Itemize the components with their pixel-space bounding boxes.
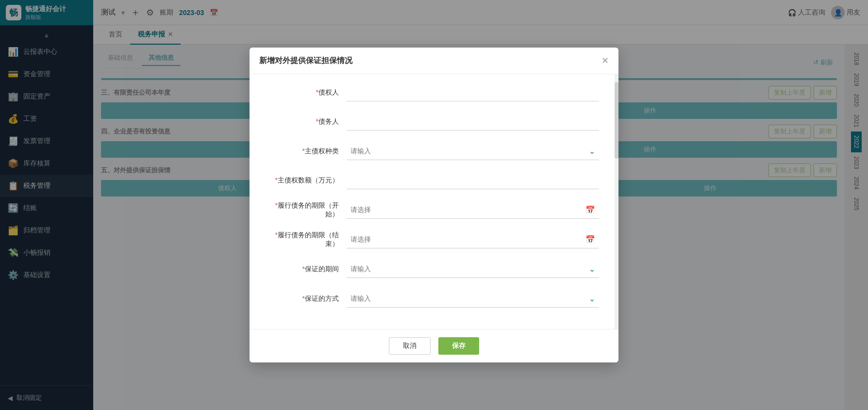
creditor-label: *债权人 bbox=[269, 88, 347, 97]
period-start-calendar-icon[interactable]: 📅 bbox=[585, 205, 595, 214]
claim-type-field-row: *主债权种类 ⌄ bbox=[269, 142, 599, 160]
period-end-field-row: *履行债务的期限（结束） 📅 bbox=[269, 230, 599, 248]
creditor-input[interactable] bbox=[347, 84, 599, 101]
modal-dialog: 新增对外提供保证担保情况 ✕ *债权人 *债务人 bbox=[250, 48, 618, 362]
period-start-input[interactable] bbox=[347, 201, 599, 218]
debtor-input[interactable] bbox=[347, 113, 599, 131]
guarantee-period-field-row: *保证的期间 ⌄ bbox=[269, 260, 599, 278]
period-end-input[interactable] bbox=[347, 230, 599, 248]
period-start-field-row: *履行债务的期限（开始） 📅 bbox=[269, 201, 599, 219]
period-start-label: *履行债务的期限（开始） bbox=[269, 201, 347, 219]
modal-close-button[interactable]: ✕ bbox=[601, 55, 609, 66]
modal-title: 新增对外提供保证担保情况 bbox=[259, 56, 352, 66]
period-start-date-wrapper: 📅 bbox=[347, 201, 599, 219]
period-end-label: *履行债务的期限（结束） bbox=[269, 231, 347, 248]
guarantee-method-select-wrapper: ⌄ bbox=[347, 290, 599, 308]
debtor-field-row: *债务人 bbox=[269, 113, 599, 131]
claim-type-input[interactable] bbox=[347, 142, 599, 160]
guarantee-method-chevron-icon[interactable]: ⌄ bbox=[589, 294, 595, 303]
guarantee-method-field-row: *保证的方式 ⌄ bbox=[269, 290, 599, 308]
guarantee-period-label: *保证的期间 bbox=[269, 265, 347, 274]
debtor-label: *债务人 bbox=[269, 117, 347, 126]
claim-amount-label: *主债权数额（万元） bbox=[269, 176, 347, 185]
modal-body: *债权人 *债务人 *主债权种类 ⌄ bbox=[250, 74, 618, 329]
modal-header: 新增对外提供保证担保情况 ✕ bbox=[250, 48, 618, 74]
claim-amount-input[interactable] bbox=[347, 172, 599, 189]
creditor-field-row: *债权人 bbox=[269, 84, 599, 101]
claim-type-select-wrapper: ⌄ bbox=[347, 142, 599, 160]
modal-footer: 取消 保存 bbox=[250, 329, 618, 362]
guarantee-period-select-wrapper: ⌄ bbox=[347, 260, 599, 278]
modal-scrollbar[interactable] bbox=[615, 74, 618, 329]
modal-scrollbar-thumb bbox=[615, 82, 618, 159]
guarantee-method-input[interactable] bbox=[347, 290, 599, 307]
period-end-calendar-icon[interactable]: 📅 bbox=[585, 235, 595, 244]
guarantee-period-chevron-icon[interactable]: ⌄ bbox=[589, 264, 595, 274]
claim-type-chevron-icon[interactable]: ⌄ bbox=[589, 147, 595, 156]
save-button[interactable]: 保存 bbox=[438, 337, 479, 355]
modal-overlay[interactable]: 新增对外提供保证担保情况 ✕ *债权人 *债务人 bbox=[0, 0, 868, 410]
period-end-date-wrapper: 📅 bbox=[347, 230, 599, 248]
cancel-button[interactable]: 取消 bbox=[389, 337, 431, 355]
guarantee-period-input[interactable] bbox=[347, 260, 599, 278]
guarantee-method-label: *保证的方式 bbox=[269, 295, 347, 303]
claim-amount-field-row: *主债权数额（万元） bbox=[269, 172, 599, 189]
claim-type-label: *主债权种类 bbox=[269, 147, 347, 156]
